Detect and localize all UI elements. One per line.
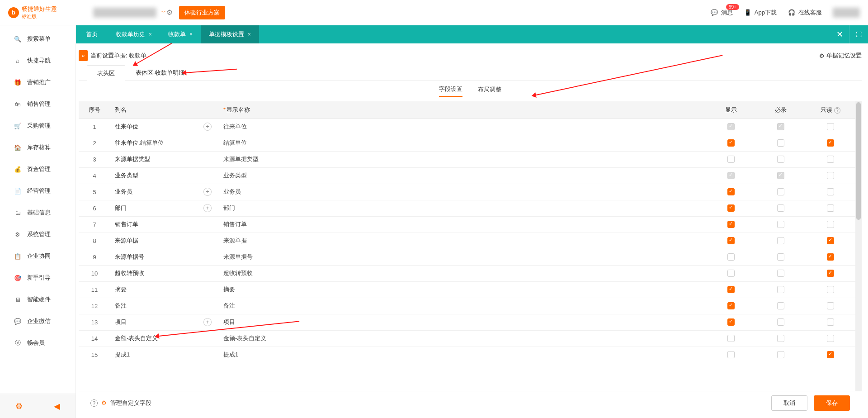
cell-display-name[interactable]: 金额-表头自定义 (219, 330, 706, 347)
checkbox[interactable] (727, 318, 735, 326)
checkbox[interactable] (727, 351, 735, 358)
demo-button[interactable]: 体验行业方案 (179, 6, 225, 19)
checkbox[interactable] (777, 335, 784, 342)
scrollbar[interactable] (855, 101, 862, 391)
checkbox[interactable] (777, 351, 784, 358)
checkbox[interactable] (827, 270, 834, 277)
tab-2[interactable]: 单据模板设置× (201, 25, 259, 43)
cell-display-name[interactable]: 来源单据号 (219, 249, 706, 265)
checkbox[interactable] (727, 302, 735, 309)
tenant-selector[interactable]: ﹀ (93, 8, 166, 18)
cell-display-name[interactable]: 项目 (219, 314, 706, 330)
sidebar-item-5[interactable]: 🏠库存核算 (0, 137, 75, 158)
tab-home[interactable]: 首页 (76, 25, 108, 43)
cell-display-name[interactable]: 摘要 (219, 281, 706, 298)
checkbox[interactable] (827, 335, 834, 342)
checkbox[interactable] (827, 253, 834, 261)
cell-display-name[interactable]: 业务类型 (219, 167, 706, 184)
sidebar-item-10[interactable]: 📋企业协同 (0, 245, 75, 267)
sub-tab-layout[interactable]: 布局调整 (478, 86, 501, 96)
sidebar-item-13[interactable]: 💬企业微信 (0, 310, 75, 332)
cancel-button[interactable]: 取消 (771, 395, 807, 411)
cell-display-name[interactable]: 往来单位 (219, 119, 706, 135)
online-service-link[interactable]: 🎧 在线客服 (788, 9, 822, 17)
checkbox[interactable] (727, 253, 735, 261)
checkbox[interactable] (777, 318, 784, 326)
tabs-close-button[interactable]: ✕ (830, 25, 849, 43)
cell-display-name[interactable]: 提成1 (219, 347, 706, 363)
sidebar-item-9[interactable]: ⚙系统管理 (0, 223, 75, 245)
save-button[interactable]: 保存 (814, 395, 850, 411)
tab-close-icon[interactable]: × (149, 31, 152, 38)
tab-body-area[interactable]: 表体区-收款单明细 (125, 65, 195, 80)
memory-settings-link[interactable]: ⚙ 单据记忆设置 (819, 52, 862, 60)
sidebar-item-2[interactable]: 🎁营销推广 (0, 71, 75, 93)
checkbox[interactable] (827, 351, 834, 358)
plus-icon[interactable]: + (203, 204, 212, 212)
checkbox[interactable] (777, 221, 784, 228)
help-icon[interactable]: ? (834, 107, 840, 114)
checkbox[interactable] (827, 286, 834, 293)
checkbox[interactable] (727, 286, 735, 293)
collapse-handle-icon[interactable]: » (79, 50, 88, 61)
cell-display-name[interactable]: 备注 (219, 298, 706, 314)
checkbox[interactable] (827, 318, 834, 326)
gear-icon[interactable]: ⚙ (166, 8, 173, 17)
checkbox[interactable] (777, 270, 784, 277)
checkbox[interactable] (727, 156, 735, 163)
checkbox[interactable] (727, 335, 735, 342)
sidebar-item-0[interactable]: 🔍搜索菜单 (0, 28, 75, 50)
checkbox[interactable] (827, 188, 834, 195)
checkbox[interactable] (777, 253, 784, 261)
user-avatar[interactable] (833, 8, 860, 18)
tab-close-icon[interactable]: × (189, 31, 193, 38)
sub-tab-fields[interactable]: 字段设置 (439, 85, 462, 97)
tab-close-icon[interactable]: × (248, 31, 251, 38)
messages-link[interactable]: 💬 消息 99+ (710, 9, 733, 17)
checkbox[interactable] (777, 237, 784, 244)
sidebar-item-11[interactable]: 🎯新手引导 (0, 267, 75, 289)
checkbox[interactable] (777, 156, 784, 163)
checkbox[interactable] (827, 302, 834, 309)
tab-0[interactable]: 收款单历史× (108, 25, 160, 43)
checkbox[interactable] (727, 139, 735, 147)
cell-display-name[interactable]: 超收转预收 (219, 265, 706, 281)
sidebar-item-1[interactable]: ⌂快捷导航 (0, 50, 75, 71)
checkbox[interactable] (827, 123, 834, 130)
fullscreen-icon[interactable]: ⛶ (849, 25, 868, 43)
sidebar-item-8[interactable]: 🗂基础信息 (0, 202, 75, 223)
checkbox[interactable] (727, 204, 735, 212)
checkbox[interactable] (777, 286, 784, 293)
cell-display-name[interactable]: 来源单据类型 (219, 151, 706, 167)
sidebar-item-3[interactable]: 🛍销售管理 (0, 93, 75, 115)
sidebar-item-14[interactable]: Ⓥ畅会员 (0, 332, 75, 354)
sidebar-item-4[interactable]: 🛒采购管理 (0, 115, 75, 137)
checkbox[interactable] (727, 188, 735, 195)
tab-1[interactable]: 收款单× (160, 25, 201, 43)
checkbox[interactable] (777, 139, 784, 147)
cell-display-name[interactable]: 业务员 (219, 184, 706, 200)
checkbox[interactable] (727, 270, 735, 277)
cell-display-name[interactable]: 结算单位 (219, 135, 706, 151)
checkbox[interactable] (727, 237, 735, 244)
settings-icon[interactable]: ⚙ (15, 401, 23, 411)
plus-icon[interactable]: + (203, 188, 212, 196)
plus-icon[interactable]: + (203, 123, 212, 131)
cell-display-name[interactable]: 来源单据 (219, 233, 706, 249)
checkbox[interactable] (727, 221, 735, 228)
plus-icon[interactable]: + (203, 318, 212, 326)
manage-custom-fields-link[interactable]: ? ⚙ 管理自定义字段 (90, 399, 151, 407)
sidebar-item-7[interactable]: 📄经营管理 (0, 180, 75, 202)
checkbox[interactable] (827, 156, 834, 163)
checkbox[interactable] (827, 204, 834, 212)
checkbox[interactable] (827, 172, 834, 179)
cell-display-name[interactable]: 部门 (219, 200, 706, 216)
checkbox[interactable] (777, 188, 784, 195)
checkbox[interactable] (827, 139, 834, 147)
tab-header-area[interactable]: 表头区 (87, 65, 125, 81)
checkbox[interactable] (827, 237, 834, 244)
checkbox[interactable] (827, 221, 834, 228)
checkbox[interactable] (777, 204, 784, 212)
sidebar-item-12[interactable]: 🖥智能硬件 (0, 289, 75, 310)
app-download-link[interactable]: 📱 App下载 (744, 9, 777, 17)
